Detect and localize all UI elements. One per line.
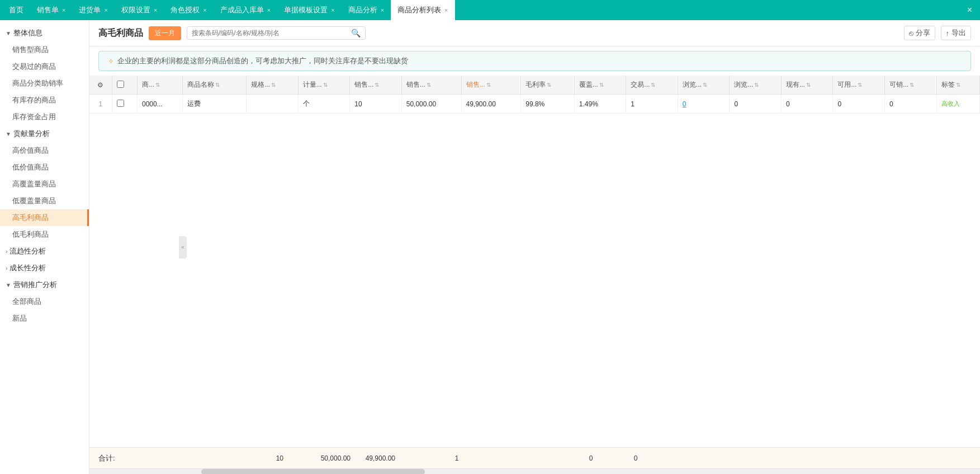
col-available[interactable]: 可用...⇅ xyxy=(833,76,885,95)
nav-close-roles[interactable]: × xyxy=(203,7,206,13)
nav-close-production[interactable]: × xyxy=(267,7,271,13)
window-close-button[interactable]: × xyxy=(962,5,978,15)
select-all-checkbox[interactable] xyxy=(117,81,124,88)
footer-spacer1 xyxy=(126,454,272,462)
nav-roles[interactable]: 角色授权 × xyxy=(164,0,213,20)
footer-spacer3 xyxy=(495,454,585,462)
sidebar: ▼ 整体信息 销售型商品 交易过的商品 商品分类助销率 有库存的商品 库存资金占… xyxy=(0,20,89,474)
search-input[interactable] xyxy=(192,29,349,37)
col-checkbox[interactable] xyxy=(112,76,137,95)
sidebar-group-growth[interactable]: › 成长性分析 xyxy=(0,260,89,276)
header-actions: ⎋ 分享 ↑ 导出 xyxy=(904,26,972,40)
export-button[interactable]: ↑ 导出 xyxy=(941,26,972,40)
sidebar-item-high-value[interactable]: 高价值商品 xyxy=(0,142,89,159)
info-icon: ✧ xyxy=(108,57,114,65)
col-sales-amount[interactable]: 销售...⇅ xyxy=(401,76,461,95)
cell-current: 0 xyxy=(781,95,833,114)
horizontal-scrollbar[interactable] xyxy=(89,468,980,474)
data-table-wrap: ⚙ 商...⇅ 商品名称⇅ 规格...⇅ 计量...⇅ 销售...⇅ 销售...… xyxy=(89,76,980,447)
cell-code: 0000... xyxy=(137,95,182,114)
col-browse2[interactable]: 浏览...⇅ xyxy=(730,76,782,95)
row-checkbox[interactable] xyxy=(117,100,124,107)
cell-browse1[interactable]: 0 xyxy=(678,95,730,114)
content-header: 高毛利商品 近一月 🔍 ⎋ 分享 ↑ 导出 xyxy=(89,20,980,46)
nav-purchase[interactable]: 进货单 × xyxy=(72,0,114,20)
col-tag[interactable]: 标签⇅ xyxy=(936,76,979,95)
col-transaction[interactable]: 交易...⇅ xyxy=(626,76,678,95)
footer-label: 合计: xyxy=(98,453,115,463)
nav-close-purchase[interactable]: × xyxy=(104,7,107,13)
arrow-icon: › xyxy=(6,265,7,271)
nav-permissions[interactable]: 权限设置 × xyxy=(115,0,164,20)
table-header-row: ⚙ 商...⇅ 商品名称⇅ 规格...⇅ 计量...⇅ 销售...⇅ 销售...… xyxy=(89,76,980,95)
cell-checkbox[interactable] xyxy=(112,95,137,114)
col-spec[interactable]: 规格...⇅ xyxy=(247,76,299,95)
info-banner: ✧ 企业的主要的利润都是这部分商品创造的，可考虑加大推广，同时关注库存是不要出现… xyxy=(98,51,971,71)
cell-coverage: 1.49% xyxy=(574,95,626,114)
sidebar-group-overall[interactable]: ▼ 整体信息 xyxy=(0,25,89,41)
cell-sellable: 0 xyxy=(884,95,936,114)
page-title: 高毛利商品 xyxy=(98,27,143,39)
col-unit[interactable]: 计量...⇅ xyxy=(298,76,350,95)
col-profit-rate[interactable]: 毛利率⇅ xyxy=(521,76,575,95)
arrow-icon: ▼ xyxy=(6,131,11,137)
sidebar-item-new-products[interactable]: 新品 xyxy=(0,310,89,327)
sidebar-item-high-coverage[interactable]: 高覆盖量商品 xyxy=(0,176,89,193)
col-coverage[interactable]: 覆盖...⇅ xyxy=(574,76,626,95)
col-sellable[interactable]: 可销...⇅ xyxy=(884,76,936,95)
nav-home[interactable]: 首页 xyxy=(2,0,30,20)
col-sales-profit[interactable]: 销售...⇅ xyxy=(461,76,521,95)
cell-unit: 个 xyxy=(298,95,350,114)
nav-close-analysis-list[interactable]: × xyxy=(444,7,448,13)
nav-template[interactable]: 单据模板设置 × xyxy=(277,0,341,20)
col-browse1[interactable]: 浏览...⇅ xyxy=(678,76,730,95)
arrow-icon: ▼ xyxy=(6,282,11,288)
export-icon: ↑ xyxy=(946,29,950,37)
nav-close-product-analysis[interactable]: × xyxy=(381,7,384,13)
nav-close-sales[interactable]: × xyxy=(62,7,65,13)
content-area: « 高毛利商品 近一月 🔍 ⎋ 分享 ↑ 导出 ✧ 企 xyxy=(89,20,980,474)
footer-transaction: 1 xyxy=(451,454,495,462)
arrow-icon: › xyxy=(6,248,7,255)
sidebar-group-contribution[interactable]: ▼ 贡献量分析 xyxy=(0,125,89,142)
nav-production[interactable]: 产成品入库单 × xyxy=(214,0,277,20)
footer-available: 0 xyxy=(629,454,674,462)
nav-product-analysis[interactable]: 商品分析 × xyxy=(342,0,391,20)
col-settings[interactable]: ⚙ xyxy=(89,76,112,95)
search-box[interactable]: 🔍 xyxy=(187,26,366,40)
top-navigation: 首页 销售单 × 进货单 × 权限设置 × 角色授权 × 产成品入库单 × 单据… xyxy=(0,0,980,20)
sidebar-group-marketing[interactable]: ▼ 营销推广分析 xyxy=(0,276,89,293)
cell-tag: 高收入 xyxy=(936,95,979,114)
sidebar-item-all-products[interactable]: 全部商品 xyxy=(0,293,89,310)
table-footer: 合计: 10 50,000.00 49,900.00 1 0 0 xyxy=(89,447,980,468)
col-code[interactable]: 商...⇅ xyxy=(137,76,182,95)
footer-spacer2 xyxy=(406,454,451,462)
filter-recent-month[interactable]: 近一月 xyxy=(149,26,181,40)
data-table: ⚙ 商...⇅ 商品名称⇅ 规格...⇅ 计量...⇅ 销售...⇅ 销售...… xyxy=(89,76,980,114)
sidebar-item-low-margin[interactable]: 低毛利商品 xyxy=(0,226,89,243)
table-row: 1 0000... 运费 个 10 50,000.00 49,900.00 99… xyxy=(89,95,980,114)
col-current[interactable]: 现有...⇅ xyxy=(781,76,833,95)
sidebar-item-sales-products[interactable]: 销售型商品 xyxy=(0,41,89,58)
sidebar-item-category-rate[interactable]: 商品分类助销率 xyxy=(0,75,89,92)
sidebar-item-traded-products[interactable]: 交易过的商品 xyxy=(0,58,89,75)
nav-close-template[interactable]: × xyxy=(331,7,334,13)
sidebar-item-stock-capital[interactable]: 库存资金占用 xyxy=(0,109,89,125)
col-name[interactable]: 商品名称⇅ xyxy=(183,76,247,95)
share-button[interactable]: ⎋ 分享 xyxy=(904,26,935,40)
nav-product-analysis-list[interactable]: 商品分析列表 × xyxy=(391,0,455,20)
sidebar-item-high-margin[interactable]: 高毛利商品 xyxy=(0,209,89,226)
cell-index: 1 xyxy=(89,95,112,114)
cell-sales-amount: 50,000.00 xyxy=(401,95,461,114)
nav-close-permissions[interactable]: × xyxy=(154,7,157,13)
sidebar-group-trend[interactable]: › 流趋性分析 xyxy=(0,243,89,260)
sidebar-item-low-value[interactable]: 低价值商品 xyxy=(0,159,89,176)
sidebar-item-low-coverage[interactable]: 低覆盖量商品 xyxy=(0,193,89,209)
col-sales-qty[interactable]: 销售...⇅ xyxy=(350,76,402,95)
sidebar-item-in-stock[interactable]: 有库存的商品 xyxy=(0,92,89,109)
scrollbar-thumb[interactable] xyxy=(201,469,425,474)
sidebar-collapse-button[interactable]: « xyxy=(179,236,187,259)
cell-sales-profit: 49,900.00 xyxy=(461,95,521,114)
nav-sales[interactable]: 销售单 × xyxy=(30,0,72,20)
search-icon[interactable]: 🔍 xyxy=(351,29,361,37)
